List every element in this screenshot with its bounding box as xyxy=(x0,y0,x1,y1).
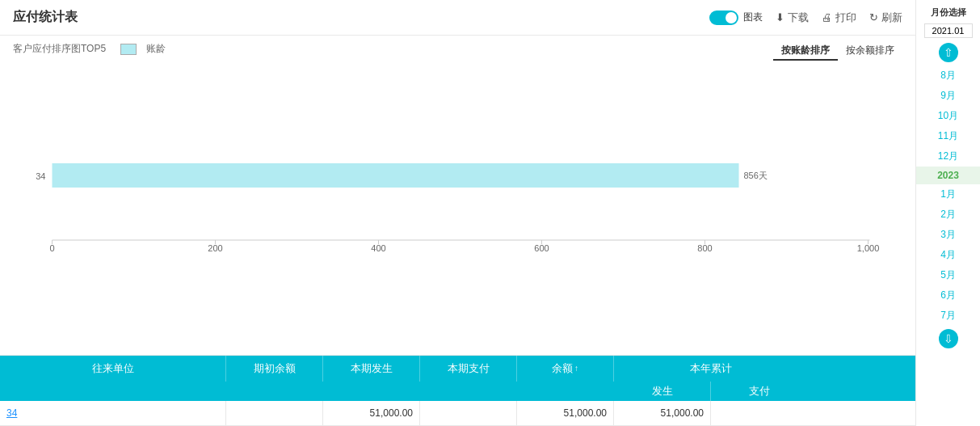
sidebar-month-7[interactable]: 7月 xyxy=(916,306,980,326)
sidebar-title: 月份选择 xyxy=(931,3,966,22)
th-ytd: 本年累计 xyxy=(614,356,808,382)
sidebar-month-11[interactable]: 11月 xyxy=(916,126,980,146)
download-button[interactable]: ⬇ 下载 xyxy=(776,11,809,25)
sidebar-month-4[interactable]: 4月 xyxy=(916,245,980,265)
th-ytd-occur: 发生 xyxy=(614,382,711,401)
print-label: 打印 xyxy=(835,11,856,25)
download-label: 下载 xyxy=(788,11,809,25)
sidebar-month-8[interactable]: 8月 xyxy=(916,65,980,86)
td-current-pay xyxy=(420,401,517,425)
td-unit: 34 xyxy=(0,401,226,425)
refresh-label: 刷新 xyxy=(881,11,902,25)
chart-toggle[interactable] xyxy=(709,11,738,25)
sidebar-month-10[interactable]: 10月 xyxy=(916,106,980,126)
svg-text:1,000: 1,000 xyxy=(857,243,880,253)
refresh-button[interactable]: ↻ 刷新 xyxy=(869,11,902,25)
sidebar-month-2[interactable]: 2月 xyxy=(916,205,980,225)
right-sidebar: 月份选择 ⇧ 8月 9月 10月 11月 12月 2023 1月 2月 3月 4… xyxy=(915,0,980,426)
sidebar-month-3[interactable]: 3月 xyxy=(916,225,980,245)
print-icon: 🖨 xyxy=(822,11,832,23)
table-header-row1: 往来单位 期初余额 本期发生 本期支付 余额 ↑ 本年累计 xyxy=(0,356,915,382)
sidebar-month-5[interactable]: 5月 xyxy=(916,265,980,285)
chart-area: 客户应付排序图TOP5 账龄 按账龄排序 按余额排序 34 856天 xyxy=(0,36,915,356)
svg-text:400: 400 xyxy=(371,243,385,253)
chart-toggle-wrap: 图表 xyxy=(709,11,763,25)
toggle-label: 图表 xyxy=(743,11,763,24)
td-opening-balance xyxy=(226,401,323,425)
sidebar-month-12[interactable]: 12月 xyxy=(916,146,980,167)
td-ytd-occur: 51,000.00 xyxy=(614,401,711,425)
bar-chart-svg: 34 856天 0 200 400 600 800 1,000 xyxy=(13,62,902,289)
svg-text:600: 600 xyxy=(534,243,549,253)
legend-color-box xyxy=(120,44,137,55)
th-balance: 余额 ↑ xyxy=(517,356,614,382)
y-axis-label: 34 xyxy=(36,171,45,181)
year-input[interactable] xyxy=(924,23,973,38)
sidebar-down-button[interactable]: ⇩ xyxy=(939,329,958,348)
th-opening-balance: 期初余额 xyxy=(226,356,323,382)
th-current-pay: 本期支付 xyxy=(420,356,517,382)
unit-link[interactable]: 34 xyxy=(6,407,17,419)
refresh-icon: ↻ xyxy=(869,11,878,23)
td-ytd-pay xyxy=(711,401,808,425)
table-area: 往来单位 期初余额 本期发生 本期支付 余额 ↑ 本年累计 发生 支付 34 xyxy=(0,356,915,426)
sidebar-month-1[interactable]: 1月 xyxy=(916,184,980,205)
sort-by-balance-button[interactable]: 按余额排序 xyxy=(838,42,902,61)
legend-color-label: 账龄 xyxy=(146,42,166,56)
bar-end-label: 856天 xyxy=(744,171,768,180)
th-current-occur: 本期发生 xyxy=(323,356,420,382)
sidebar-year-2023: 2023 xyxy=(916,167,980,184)
td-current-occur: 51,000.00 xyxy=(323,401,420,425)
sidebar-month-6[interactable]: 6月 xyxy=(916,285,980,306)
page-header: 应付统计表 图表 ⬇ 下载 🖨 打印 ↻ 刷新 xyxy=(0,0,915,36)
td-balance: 51,000.00 xyxy=(517,401,614,425)
table-header-row2: 发生 支付 xyxy=(0,382,915,401)
sort-buttons: 按账龄排序 按余额排序 xyxy=(773,42,902,61)
page-title: 应付统计表 xyxy=(13,9,78,26)
th-from-unit: 往来单位 xyxy=(0,356,226,382)
svg-text:0: 0 xyxy=(49,243,54,253)
header-actions: 图表 ⬇ 下载 🖨 打印 ↻ 刷新 xyxy=(709,11,902,25)
download-icon: ⬇ xyxy=(776,11,784,23)
sidebar-up-button[interactable]: ⇧ xyxy=(939,43,958,62)
svg-text:800: 800 xyxy=(697,243,712,253)
chart-bar xyxy=(53,163,739,188)
chart-legend: 客户应付排序图TOP5 账龄 xyxy=(13,42,902,56)
svg-text:200: 200 xyxy=(208,243,222,253)
sidebar-month-9[interactable]: 9月 xyxy=(916,86,980,106)
chart-container: 34 856天 0 200 400 600 800 1,000 xyxy=(13,62,902,297)
table-row: 34 51,000.00 51,000.00 51,000.00 xyxy=(0,401,915,426)
sort-by-amount-button[interactable]: 按账龄排序 xyxy=(773,42,838,61)
print-button[interactable]: 🖨 打印 xyxy=(822,11,856,25)
balance-sort-icon[interactable]: ↑ xyxy=(574,356,578,382)
legend-title: 客户应付排序图TOP5 xyxy=(13,42,106,56)
th-ytd-pay: 支付 xyxy=(711,382,808,401)
